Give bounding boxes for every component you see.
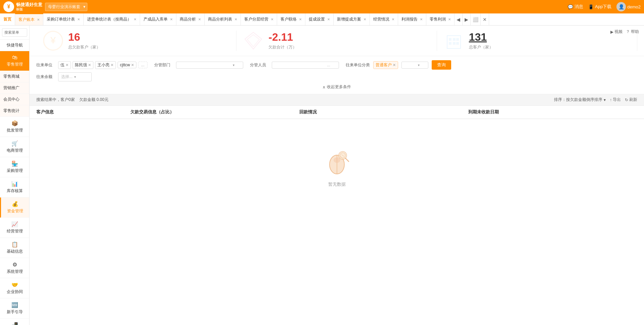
tab-home[interactable]: 首页 [0,13,15,26]
system-icon: ⚙ [12,261,17,268]
messages-btn[interactable]: 💬 消息 [568,4,583,10]
company-type-label: 往来单位分类 [346,62,370,68]
sort-select[interactable]: 排序：按欠款金额倒序排序 ▾ [554,97,606,103]
data-table: 客户信息 欠款交易信息（占比） 回款情况 到期未收款日期 [30,106,644,325]
sidebar-item-basic-info[interactable]: 📋 基础信息 [0,238,29,258]
messages-label: 消息 [574,4,583,10]
sidebar-item-enterprise-collab[interactable]: 🤝 企业协同 [0,278,29,298]
sidebar-item-capital-mgmt[interactable]: 💰 资金管理 [0,197,29,218]
tab-inbound-stats[interactable]: 进货单统计表（按商品） ✕ [84,13,140,26]
sidebar-item-ops-mgmt[interactable]: 📈 经营管理 [0,218,29,238]
search-result-text: 搜索结果中，客户0家 [36,97,75,102]
stat-content: 16 总欠款客户（家） [68,31,229,50]
sidebar-search-area: 搜索菜单 [0,26,29,40]
basic-icon: 📋 [11,241,18,248]
tab-close-icon[interactable]: ✕ [134,17,136,21]
user-name: demo2 [627,4,641,9]
video-icon: ▶ [610,30,613,34]
results-bar: 搜索结果中，客户0家 欠款金额 0.00元 排序：按欠款金额倒序排序 ▾ ↑ 导… [30,94,644,106]
sidebar-quick-nav[interactable]: 快捷导航 [0,40,29,51]
sidebar-item-member-center[interactable]: 会员中心 [0,94,29,105]
sidebar-item-ecommerce-mgmt[interactable]: 🛒 电商管理 [0,137,29,157]
tag-close-icon[interactable]: ✕ [131,63,134,67]
tab-business-situation[interactable]: 经营情况 ✕ [370,13,398,26]
sidebar-search-btn[interactable]: 搜索菜单 [2,28,27,37]
tag-close-icon[interactable]: ✕ [111,63,114,67]
sidebar-item-new-guide[interactable]: 🆕 新手引导 [0,298,29,319]
app-name: 畅捷通好生意 [16,2,42,7]
account-selector[interactable]: 母婴行业演示账套 [45,3,87,11]
collapse-btn[interactable]: ∧ 收起更多条件 [36,84,637,90]
tab-close-icon[interactable]: ✕ [77,17,80,21]
help-btn[interactable]: ？ 帮助 [626,29,639,35]
sidebar-item-app-center[interactable]: 📲 应用中心 [0,319,29,325]
balance-placeholder: 选择... [61,74,73,80]
sidebar-item-label: 批发管理 [7,128,23,133]
company-type-select[interactable]: ▾ [401,62,428,69]
video-label: 视频 [614,29,622,35]
company-more-btn[interactable]: ... [138,62,147,68]
table-header: 客户信息 欠款交易信息（占比） 回款情况 到期未收款日期 [30,106,644,119]
sidebar-item-retail-mall[interactable]: 零售商城 [0,71,29,82]
tab-product-analysis[interactable]: 商品分析 ✕ [176,13,205,26]
tab-scroll-right[interactable]: ▶ [463,13,471,26]
tab-close-icon[interactable]: ✕ [299,17,302,21]
balance-select[interactable]: 选择... ▾ [58,72,92,81]
tab-label: 客户账本 [18,17,35,23]
col-customer-info: 客户信息 [36,109,130,115]
person-filter-label: 分管人员 [250,62,268,68]
tab-close-icon[interactable]: ✕ [198,17,201,21]
sidebar-item-purchase-mgmt[interactable]: 🏪 采购管理 [0,157,29,177]
export-btn[interactable]: ↑ 导出 [610,97,621,103]
svg-rect-9 [453,42,456,45]
tab-close-icon[interactable]: ✕ [271,17,273,21]
tab-close-icon[interactable]: ✕ [420,17,423,21]
inventory-icon: 📊 [11,181,18,187]
dept-select[interactable]: ▾ [176,62,243,69]
sidebar-item-inventory-check[interactable]: 📊 库存核算 [0,177,29,197]
tab-scroll-left[interactable]: ◀ [455,13,463,26]
top-bar-left: ¥ 畅捷通好生意 标版 母婴行业演示账套 [3,1,87,12]
tag-close-icon[interactable]: ✕ [88,63,91,67]
tab-new-promotion[interactable]: 新增提成方案 ✕ [334,13,370,26]
tab-product-analysis-list[interactable]: 商品分析列表 ✕ [205,13,241,26]
tab-profit-report[interactable]: 利润报告 ✕ [398,13,426,26]
sidebar-item-system-mgmt[interactable]: ⚙ 系统管理 [0,258,29,278]
sidebar-item-wholesale-mgmt[interactable]: 📦 批发管理 [0,117,29,137]
tab-close-icon[interactable]: ✕ [327,17,330,21]
tab-label: 商品分析列表 [208,16,232,22]
col-arrears-info: 欠款交易信息（占比） [130,109,299,115]
tab-purchase-order[interactable]: 采购订单统计表 ✕ [43,13,84,26]
sidebar-item-marketing[interactable]: 营销推广 [0,82,29,94]
tab-customer-contact[interactable]: 客户联络 ✕ [277,13,305,26]
tab-close-icon[interactable]: ✕ [363,17,366,21]
tab-close-icon[interactable]: ✕ [234,17,237,21]
tab-expand[interactable]: ⬜ [471,13,481,26]
capital-icon: 💰 [12,201,18,207]
tab-customer-tier[interactable]: 客户分层经营 ✕ [241,13,277,26]
tab-customer-capital[interactable]: 客户账本 ✕ [15,13,43,26]
refresh-btn[interactable]: ↻ 刷新 [625,97,637,103]
query-btn[interactable]: 查询 [432,60,451,70]
tab-close-icon[interactable]: ✕ [392,17,394,21]
sidebar-item-retail-stats[interactable]: 零售统计 [0,105,29,117]
col-overdue-date: 到期未收款日期 [468,109,637,115]
chevron-down-icon: ▾ [233,63,234,67]
tab-close-icon[interactable]: ✕ [448,17,451,21]
tab-close-all[interactable]: ✕ [481,13,489,26]
tab-retail-profit[interactable]: 零售利润 ✕ [426,13,455,26]
tab-close-icon[interactable]: ✕ [37,18,40,22]
tab-promotion-settings[interactable]: 提成设置 ✕ [305,13,334,26]
tab-production-inbound[interactable]: 产成品入库单 ✕ [140,13,176,26]
tag-text: 王小亮 [97,62,110,68]
tag-close-icon[interactable]: ✕ [66,63,69,67]
sidebar-item-retail-mgmt[interactable]: 🛍 零售管理 [0,51,29,71]
tab-label: 提成设置 [309,16,325,22]
tab-close-icon[interactable]: ✕ [170,17,173,21]
user-avatar-btn[interactable]: 👤 demo2 [616,2,641,11]
video-btn[interactable]: ▶ 视频 [610,29,622,35]
person-select[interactable]: … [272,62,339,69]
tag-close-icon[interactable]: ✕ [393,63,396,67]
app-download-btn[interactable]: 📱 App下载 [588,4,611,10]
chevron-up-icon: ∧ [323,85,326,89]
